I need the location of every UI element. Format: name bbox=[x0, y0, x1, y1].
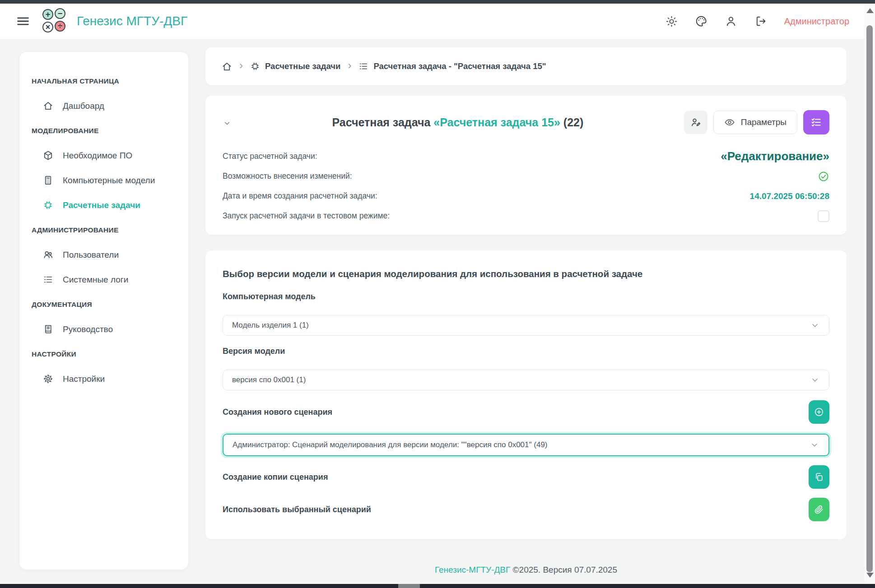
breadcrumb-separator: › bbox=[348, 59, 351, 72]
sidebar-item-label: Дашбоард bbox=[63, 101, 104, 111]
scroll-up-arrow[interactable] bbox=[866, 8, 874, 13]
sidebar-item-label: Пользователи bbox=[63, 250, 119, 260]
title-suffix: (22) bbox=[560, 116, 583, 129]
scenario-select-value: Администратор: Сценарий моделирования дл… bbox=[233, 440, 548, 449]
breadcrumb-home[interactable] bbox=[222, 61, 232, 72]
page-title: Расчетная задача «Расчетная задача 15» (… bbox=[232, 116, 684, 129]
sidebar-item-dashboard[interactable]: Дашбоард bbox=[19, 93, 188, 118]
paperclip-icon bbox=[814, 505, 824, 514]
horizontal-scrollbar-thumb[interactable] bbox=[398, 584, 420, 588]
sidebar-item-label: Настройки bbox=[63, 374, 105, 384]
model-select[interactable]: Модель изделия 1 (1) bbox=[223, 315, 829, 336]
vertical-scrollbar[interactable] bbox=[865, 4, 875, 584]
sidebar-item-calc-tasks[interactable]: Расчетные задачи bbox=[19, 193, 188, 218]
copy-scenario-label: Создание копии сценария bbox=[223, 472, 328, 482]
sidebar-section-settings: НАСТРОЙКИ bbox=[19, 342, 188, 366]
breadcrumb-calc-tasks[interactable]: Расчетные задачи bbox=[250, 61, 340, 71]
logo-divide-circle: ÷ bbox=[55, 21, 65, 32]
test-mode-row: Запуск расчетной задачи в тестовом режим… bbox=[223, 206, 829, 226]
chip-icon bbox=[43, 200, 53, 210]
status-value: «Редактирование» bbox=[721, 149, 829, 163]
header-actions: Администратор bbox=[666, 15, 849, 28]
scenario-select[interactable]: Администратор: Сценарий моделирования дл… bbox=[223, 434, 829, 456]
use-scenario-button[interactable] bbox=[809, 498, 829, 521]
chevron-down-icon bbox=[810, 440, 819, 450]
parameters-button[interactable]: Параметры bbox=[713, 111, 797, 134]
palette-icon[interactable] bbox=[695, 15, 707, 28]
list-icon bbox=[43, 274, 53, 285]
status-label: Статус расчетной задачи: bbox=[223, 152, 317, 161]
task-summary-card: Расчетная задача «Расчетная задача 15» (… bbox=[205, 96, 847, 235]
new-scenario-label: Создания нового сценария bbox=[223, 407, 332, 417]
editable-label: Возможность внесения изменений: bbox=[223, 171, 352, 181]
sidebar-item-computer-models[interactable]: Компьютерные модели bbox=[19, 168, 188, 193]
sidebar-item-manual[interactable]: Руководство bbox=[19, 317, 188, 342]
logo-minus-circle: − bbox=[55, 8, 65, 19]
app-header: + − × ÷ Генезис МГТУ-ДВГ Администратор bbox=[0, 4, 865, 39]
edit-user-button[interactable] bbox=[684, 111, 707, 134]
copy-scenario-button[interactable] bbox=[809, 465, 829, 489]
horizontal-scrollbar[interactable] bbox=[0, 584, 875, 588]
sidebar-section-modeling: МОДЕЛИРОВАНИЕ bbox=[19, 118, 188, 143]
version-select[interactable]: версия спо 0x001 (1) bbox=[223, 370, 829, 390]
sidebar-section-start: НАЧАЛЬНАЯ СТРАНИЦА bbox=[19, 69, 188, 93]
version-select-value: версия спо 0x001 (1) bbox=[232, 375, 306, 384]
scenario-selection-card: Выбор версии модели и сценария моделиров… bbox=[205, 250, 847, 539]
logo-multiply-circle: × bbox=[42, 22, 53, 32]
plus-circle-icon bbox=[814, 407, 824, 417]
footer: Генезис-МГТУ-ДВГ ©2025. Версия 07.07.202… bbox=[205, 565, 847, 575]
scroll-down-arrow[interactable] bbox=[866, 573, 874, 578]
breadcrumb-current-task[interactable]: Расчетная задача - "Расчетная задача 15" bbox=[358, 61, 546, 71]
breadcrumb: › Расчетные задачи › Расчетная задача - … bbox=[205, 47, 847, 85]
list-icon bbox=[358, 61, 368, 71]
footer-brand-link[interactable]: Генезис-МГТУ-ДВГ bbox=[435, 565, 510, 574]
selection-heading: Выбор версии модели и сценария моделиров… bbox=[223, 269, 829, 279]
logout-icon[interactable] bbox=[754, 15, 767, 28]
new-scenario-row: Создания нового сценария bbox=[223, 400, 829, 424]
model-select-value: Модель изделия 1 (1) bbox=[232, 321, 309, 330]
app-logo[interactable]: + − × ÷ bbox=[42, 8, 70, 34]
checklist-icon bbox=[810, 116, 822, 128]
collapse-chevron-icon[interactable] bbox=[223, 119, 232, 128]
logo-plus-circle: + bbox=[42, 9, 53, 20]
copy-scenario-row: Создание копии сценария bbox=[223, 465, 829, 489]
user-edit-icon bbox=[690, 117, 701, 128]
sidebar-section-docs: ДОКУМЕНТАЦИЯ bbox=[19, 292, 188, 317]
created-label: Дата и время создания расчетной задачи: bbox=[223, 191, 377, 201]
window-top-scrollbar bbox=[0, 0, 875, 4]
test-mode-checkbox[interactable] bbox=[818, 210, 829, 222]
app-title: Генезис МГТУ-ДВГ bbox=[77, 14, 187, 28]
sidebar: НАЧАЛЬНАЯ СТРАНИЦА Дашбоард МОДЕЛИРОВАНИ… bbox=[19, 52, 188, 569]
hamburger-menu-icon[interactable] bbox=[15, 14, 31, 29]
sidebar-item-required-software[interactable]: Необходимое ПО bbox=[19, 143, 188, 168]
breadcrumb-separator: › bbox=[239, 59, 243, 72]
sidebar-item-system-logs[interactable]: Системные логи bbox=[19, 267, 188, 292]
task-card-header: Расчетная задача «Расчетная задача 15» (… bbox=[223, 108, 829, 137]
sidebar-item-users[interactable]: Пользователи bbox=[19, 242, 188, 267]
current-role-label[interactable]: Администратор bbox=[784, 16, 849, 27]
breadcrumb-label: Расчетная задача - "Расчетная задача 15" bbox=[373, 61, 546, 71]
status-row: Статус расчетной задачи: «Редактирование… bbox=[223, 147, 829, 167]
version-label: Версия модели bbox=[223, 347, 829, 356]
chevron-down-icon bbox=[810, 320, 820, 330]
editable-row: Возможность внесения изменений: bbox=[223, 167, 829, 186]
sidebar-item-label: Компьютерные модели bbox=[63, 176, 155, 185]
checklist-button[interactable] bbox=[803, 110, 829, 134]
cube-icon bbox=[43, 150, 53, 161]
task-card-actions: Параметры bbox=[684, 110, 829, 134]
user-profile-icon[interactable] bbox=[725, 15, 737, 28]
breadcrumb-label: Расчетные задачи bbox=[265, 61, 340, 71]
check-circle-icon bbox=[818, 171, 829, 182]
footer-text: ©2025. Версия 07.07.2025 bbox=[513, 565, 617, 574]
model-label: Компьютерная модель bbox=[223, 292, 829, 301]
eye-icon bbox=[724, 117, 735, 128]
add-scenario-button[interactable] bbox=[809, 400, 829, 424]
chip-icon bbox=[250, 61, 260, 71]
sidebar-item-label: Руководство bbox=[63, 324, 113, 334]
vertical-scrollbar-thumb[interactable] bbox=[866, 25, 873, 572]
sidebar-item-settings[interactable]: Настройки bbox=[19, 366, 188, 391]
created-value: 14.07.2025 06:50:28 bbox=[750, 191, 829, 201]
test-mode-label: Запуск расчетной задачи в тестовом режим… bbox=[223, 211, 390, 221]
task-status-rows: Статус расчетной задачи: «Редактирование… bbox=[223, 147, 829, 226]
theme-sun-icon[interactable] bbox=[666, 15, 678, 28]
